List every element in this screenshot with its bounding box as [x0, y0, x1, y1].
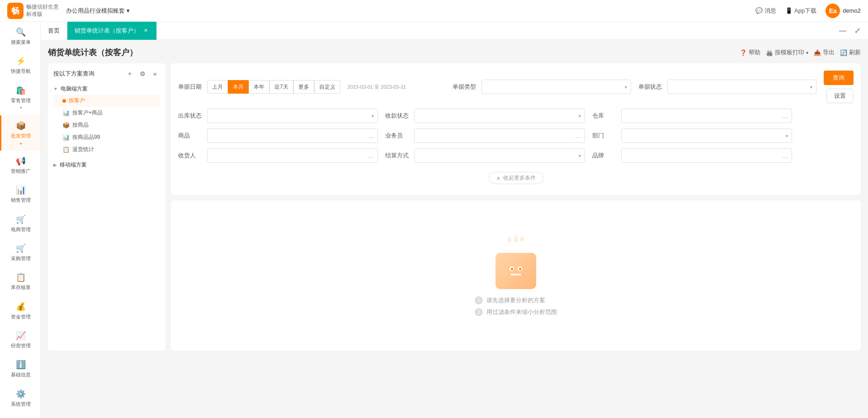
salesman-input[interactable]: …: [414, 128, 585, 143]
app-download-action[interactable]: 📱 App下载: [785, 7, 816, 15]
sidebar-item-basic[interactable]: ℹ️ 基础信息: [0, 354, 40, 383]
desktop-scheme-group-title[interactable]: ▼ 电脑端方案: [53, 83, 160, 95]
template-print-button[interactable]: 🖨️ 按模板打印 ▾: [766, 48, 808, 57]
sidebar-item-search[interactable]: 🔍 搜索菜单: [0, 22, 40, 51]
user-area[interactable]: Ea demo2: [826, 4, 861, 18]
tab-close-icon[interactable]: ✕: [142, 27, 149, 34]
brand-input[interactable]: …: [621, 148, 792, 163]
sidebar-item-finance[interactable]: 💰 资金管理: [0, 296, 40, 325]
page-actions: ❓ 帮助 🖨️ 按模板打印 ▾ 📤 导出 🔄 刷新: [740, 48, 861, 57]
consignee-input[interactable]: …: [207, 148, 378, 163]
filter-field-warehouse: 仓库 …: [592, 109, 792, 123]
date-btn-custom[interactable]: 自定义: [314, 80, 340, 94]
filter-field-doc-type: 单据类型 ▾: [453, 80, 631, 94]
chevron-down-icon: ▾: [127, 7, 130, 14]
search-icon: 🔍: [16, 27, 26, 37]
group-collapse-icon: ▼: [53, 86, 58, 91]
filter-field-brand: 品牌 …: [592, 148, 792, 163]
scheme-item-by-product[interactable]: 📦 按商品: [53, 119, 160, 131]
sidebar-item-wholesale[interactable]: 📦 批发管理 ▴: [0, 115, 40, 151]
product-input[interactable]: …: [207, 128, 378, 143]
refresh-button[interactable]: 🔄 刷新: [840, 48, 861, 57]
sidebar-item-operation[interactable]: 📈 经营管理: [0, 325, 40, 354]
salesman-label: 业务员: [385, 132, 410, 140]
smoke-decoration: [508, 235, 524, 242]
export-button[interactable]: 📤 导出: [814, 48, 835, 57]
collapse-button[interactable]: ∧ 收起更多条件: [489, 172, 543, 184]
mobile-scheme-group-title[interactable]: ▶ 移动端方案: [53, 159, 160, 171]
sidebar-item-shortcut[interactable]: ⚡ 快捷导航: [0, 51, 40, 80]
payment-input[interactable]: ▾: [414, 148, 585, 163]
robot-face: [509, 266, 522, 276]
doc-type-input[interactable]: ▾: [481, 80, 631, 94]
user-name[interactable]: demo2: [843, 7, 861, 14]
tab-home[interactable]: 首页: [41, 22, 67, 40]
retail-expand-icon: ▾: [20, 105, 22, 110]
tab-sales-stats[interactable]: 销货单统计表（按客户） ✕: [67, 22, 157, 40]
sidebar-item-sales[interactable]: 📊 销售管理: [0, 180, 40, 209]
filter-field-receipt: 收款状态 ▾: [385, 109, 585, 123]
filter-field-payment: 结算方式 ▾: [385, 148, 585, 163]
sidebar-item-inventory[interactable]: 📋 库存核算: [0, 267, 40, 296]
receipt-input[interactable]: ▾: [414, 109, 585, 123]
tab-minimize-button[interactable]: —: [837, 25, 848, 36]
filter-field-outbound: 出库状态 ▾: [178, 109, 378, 123]
scheme-item-by-product99[interactable]: 📊 按商品品99: [53, 131, 160, 143]
collapse-up-icon: ∧: [496, 175, 500, 181]
filter-row-4: 收货人 … 结算方式 ▾: [178, 148, 854, 163]
page-title: 销货单统计表（按客户）: [48, 47, 137, 58]
filter-scheme-area: 按以下方案查询 ＋ ⚙ « ▼ 电脑端方案: [48, 63, 861, 351]
doc-status-input[interactable]: ▾: [667, 80, 816, 94]
message-action[interactable]: 💬 消息: [755, 7, 776, 15]
date-range: 2023-03-01 至 2023-03-31: [348, 84, 406, 90]
download-icon: 📱: [785, 7, 793, 14]
robot-box: [495, 253, 536, 289]
scheme-settings-button[interactable]: ⚙: [137, 69, 147, 79]
query-button[interactable]: 查询: [824, 71, 854, 85]
scheme-item-customer-product[interactable]: 📊 按客户+商品: [53, 107, 160, 119]
page-content: 销货单统计表（按客户） ❓ 帮助 🖨️ 按模板打印 ▾ 📤 导出: [41, 40, 868, 418]
shortcut-icon: ⚡: [16, 56, 26, 66]
message-icon: 💬: [755, 7, 763, 14]
scheme-add-button[interactable]: ＋: [125, 69, 135, 79]
export-icon: 📤: [814, 49, 821, 56]
tip-num-1: 1: [475, 296, 483, 304]
outbound-input[interactable]: ▾: [207, 109, 378, 123]
department-label: 部门: [592, 132, 618, 140]
filter-field-date: 单据日期 上月 本月 本年 近7天 更多 自定义 2023-03-01 至 20…: [178, 80, 445, 94]
avatar: Ea: [826, 4, 840, 18]
department-input[interactable]: ▾: [621, 128, 792, 143]
sidebar-item-cooperation[interactable]: 🤝 企业协同: [0, 413, 40, 418]
content-area: 首页 销货单统计表（按客户） ✕ — ⤢ 销货单统计表（按客户） ❓ 帮助: [41, 22, 868, 418]
date-filter: 上月 本月 本年 近7天 更多 自定义: [207, 80, 340, 94]
filter-field-consignee: 收货人 …: [178, 148, 378, 163]
robot-mouth: [510, 274, 521, 276]
scheme-item-by-customer[interactable]: 按客户: [53, 95, 160, 107]
wholesale-expand-icon: ▴: [20, 141, 22, 145]
top-bar-right: 💬 消息 📱 App下载 Ea demo2: [755, 4, 861, 18]
date-btn-more[interactable]: 更多: [293, 80, 314, 94]
empty-tips: 1 请先选择要分析的方案 2 用过滤条件来缩小分析范围: [475, 296, 557, 316]
sidebar-item-retail[interactable]: 🛍️ 零售管理 ▾: [0, 80, 40, 115]
sidebar-item-marketing[interactable]: 📢 营销推广: [0, 151, 40, 180]
scheme-item-return-stats[interactable]: 📋 退货统计: [53, 143, 160, 156]
date-btn-last7days[interactable]: 近7天: [269, 80, 293, 94]
scheme-collapse-button[interactable]: «: [150, 69, 160, 79]
salesman-dots-icon: …: [575, 133, 581, 139]
robot-eyes: [509, 266, 522, 271]
help-button[interactable]: ❓ 帮助: [740, 48, 760, 57]
date-btn-this-month[interactable]: 本月: [228, 80, 249, 94]
doc-status-label: 单据状态: [638, 83, 664, 91]
date-btn-this-year[interactable]: 本年: [249, 80, 269, 94]
warehouse-dots-icon: …: [782, 113, 788, 119]
doc-type-arrow-icon: ▾: [625, 85, 627, 90]
sidebar-item-ecommerce[interactable]: 🛒 电商管理: [0, 209, 40, 238]
settings-button[interactable]: 设置: [826, 89, 854, 103]
warehouse-input[interactable]: …: [621, 109, 792, 123]
date-btn-last-month[interactable]: 上月: [207, 80, 228, 94]
sidebar-item-purchase[interactable]: 🛒 采购管理: [0, 238, 40, 267]
doc-type-label: 单据类型: [453, 83, 478, 91]
industry-selector[interactable]: 办公用品行业模拟账套 ▾: [62, 5, 133, 17]
tab-maximize-button[interactable]: ⤢: [852, 25, 863, 36]
sidebar-item-system[interactable]: ⚙️ 系统管理: [0, 384, 40, 413]
